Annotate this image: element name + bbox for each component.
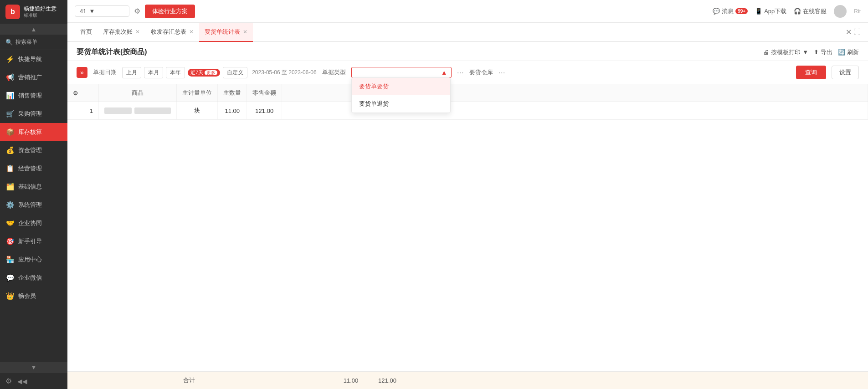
sidebar-scroll-down[interactable]: ▼	[0, 362, 67, 373]
th-settings[interactable]: ⚙	[67, 84, 84, 102]
topbar-settings-icon[interactable]: ⚙	[134, 7, 140, 15]
page-content: 要货单统计表(按商品) 🖨 按模板打印 ▼ ⬆ 导出 🔄 刷新 »	[67, 42, 868, 389]
sidebar-item-operations[interactable]: 📋 经营管理	[0, 159, 67, 178]
sidebar-logo: b 畅捷通好生意 标准版	[0, 0, 67, 24]
page-title: 要货单统计表(按商品)	[77, 47, 147, 57]
user-avatar[interactable]	[834, 5, 847, 18]
tab-home[interactable]: 首页	[75, 23, 98, 42]
export-btn[interactable]: ⬆ 导出	[814, 48, 832, 56]
sidebar-item-label: 经营管理	[18, 164, 42, 173]
dropdown-item-order-purchase[interactable]: 要货单要货	[352, 78, 450, 95]
th-unit: 主计量单位	[177, 84, 218, 102]
date-custom-btn[interactable]: 自定义	[223, 67, 247, 78]
sidebar-scroll-up[interactable]: ▲	[0, 24, 67, 35]
tab-order-stats[interactable]: 要货单统计表 ✕	[199, 23, 253, 42]
type-filter-label: 单据类型	[322, 68, 346, 77]
sidebar-item-label: 基础信息	[18, 183, 42, 191]
sidebar-item-system[interactable]: ⚙️ 系统管理	[0, 196, 67, 214]
data-table: ⚙ 商品 主计量单位 主数量 零售金额 1	[67, 84, 868, 120]
store-selector[interactable]: 41 ▼	[75, 5, 129, 17]
footer-label: 合计	[178, 376, 278, 384]
dropdown-item-order-return[interactable]: 要货单退货	[352, 95, 450, 113]
sidebar-item-label: 企业微信	[18, 274, 42, 282]
enterprise-icon: 🤝	[5, 219, 15, 228]
print-label: 按模板打印	[771, 48, 801, 56]
app-download-btn[interactable]: 📱 App下载	[755, 7, 786, 15]
product-image-placeholder	[104, 107, 132, 114]
warehouse-filter-more[interactable]: ···	[498, 68, 505, 77]
print-template-btn[interactable]: 🖨 按模板打印 ▼	[763, 48, 808, 56]
sales-icon: 📊	[5, 91, 15, 100]
customer-service-label: 在线客服	[803, 7, 827, 15]
sidebar-item-purchase[interactable]: 🛒 采购管理	[0, 105, 67, 123]
quick-nav-icon: ⚡	[5, 55, 15, 64]
sidebar-item-label: 销售管理	[18, 92, 42, 100]
tab-order-close[interactable]: ✕	[243, 29, 247, 35]
td-product	[99, 102, 177, 120]
sidebar-item-base[interactable]: 🗂️ 基础信息	[0, 178, 67, 196]
sidebar-item-marketing[interactable]: 📢 营销推广	[0, 68, 67, 87]
sidebar-item-label: 企业协同	[18, 219, 42, 227]
date-recent-badge[interactable]: 近7天 更多	[188, 69, 220, 77]
notifications-badge: 99+	[735, 8, 748, 14]
footer-quantity: 11.00	[333, 377, 369, 384]
sidebar-collapse-btn[interactable]: ◀◀	[17, 378, 27, 385]
topbar-left: 41 ▼ ⚙ 体验行业方案	[75, 5, 195, 18]
sidebar-item-appstore[interactable]: 🏪 应用中心	[0, 251, 67, 269]
tab-receivable-label: 收发存汇总表	[151, 28, 186, 36]
filter-expand-btn[interactable]: »	[77, 67, 87, 78]
filter-settings-btn[interactable]: 设置	[832, 66, 859, 79]
sidebar-item-quick-nav[interactable]: ⚡ 快捷导航	[0, 50, 67, 68]
td-quantity: 11.00	[218, 102, 247, 120]
notifications-btn[interactable]: 💬 消息 99+	[713, 7, 748, 15]
close-all-tabs-btn[interactable]: ✕	[846, 28, 852, 36]
search-query-btn[interactable]: 查询	[796, 66, 826, 79]
app-logo-icon: b	[5, 5, 20, 19]
sidebar-item-wechat[interactable]: 💬 企业微信	[0, 269, 67, 287]
th-amount: 零售金额	[247, 84, 282, 102]
tabbar: 首页 库存批次账 ✕ 收发存汇总表 ✕ 要货单统计表 ✕ ✕ ⛶	[67, 23, 868, 42]
refresh-btn[interactable]: 🔄 刷新	[838, 48, 859, 56]
refresh-icon: 🔄	[838, 49, 845, 56]
type-dropdown: 要货单要货 要货单退货	[351, 77, 451, 113]
table-body: 1 块 11.00 121.00	[67, 102, 868, 120]
sidebar-item-vip[interactable]: 👑 畅会员	[0, 287, 67, 305]
date-this-month-btn[interactable]: 本月	[144, 67, 163, 78]
type-filter-input[interactable]	[355, 69, 441, 76]
sidebar-item-finance[interactable]: 💰 资金管理	[0, 141, 67, 159]
tab-batch-account[interactable]: 库存批次账 ✕	[98, 23, 145, 42]
sidebar-item-sales[interactable]: 📊 销售管理	[0, 87, 67, 105]
sidebar-item-label: 营销推广	[18, 73, 42, 82]
search-icon: 🔍	[5, 39, 13, 46]
tab-batch-label: 库存批次账	[103, 28, 133, 36]
guide-icon: 🎯	[5, 237, 15, 246]
date-last-month-btn[interactable]: 上月	[122, 67, 141, 78]
sidebar-search-btn[interactable]: 🔍 搜索菜单	[0, 35, 67, 50]
tab-receivable-close[interactable]: ✕	[189, 29, 194, 35]
tab-batch-close[interactable]: ✕	[135, 29, 140, 35]
th-index	[84, 84, 99, 102]
sidebar-item-enterprise[interactable]: 🤝 企业协同	[0, 214, 67, 232]
date-this-year-btn[interactable]: 本年	[166, 67, 185, 78]
sidebar-item-label: 资金管理	[18, 146, 42, 154]
phone-icon: 📱	[755, 8, 762, 15]
date-filter-group: 上月 本月 本年 近7天 更多 自定义 2023-05-06 至 2023-06…	[122, 67, 317, 78]
trial-btn[interactable]: 体验行业方案	[145, 5, 195, 18]
sidebar-item-guide[interactable]: 🎯 新手引导	[0, 232, 67, 251]
print-dropdown-arrow[interactable]: ▼	[802, 49, 808, 56]
sidebar-item-label: 库存核算	[18, 128, 42, 136]
type-filter-arrow[interactable]: ▲	[441, 69, 447, 76]
inventory-icon: 📦	[5, 128, 15, 137]
print-icon: 🖨	[763, 49, 769, 56]
customer-service-btn[interactable]: 🎧 在线客服	[794, 7, 827, 15]
more-filters-btn[interactable]: ···	[457, 68, 464, 77]
tab-receivable-summary[interactable]: 收发存汇总表 ✕	[145, 23, 199, 42]
data-table-container: ⚙ 商品 主计量单位 主数量 零售金额 1	[67, 84, 868, 371]
headset-icon: 🎧	[794, 8, 801, 15]
sidebar-item-inventory[interactable]: 📦 库存核算	[0, 123, 67, 141]
sidebar-settings-icon[interactable]: ⚙	[5, 377, 12, 385]
base-icon: 🗂️	[5, 182, 15, 191]
system-icon: ⚙️	[5, 200, 15, 210]
td-checkbox	[67, 102, 84, 120]
expand-tabs-btn[interactable]: ⛶	[853, 28, 861, 36]
